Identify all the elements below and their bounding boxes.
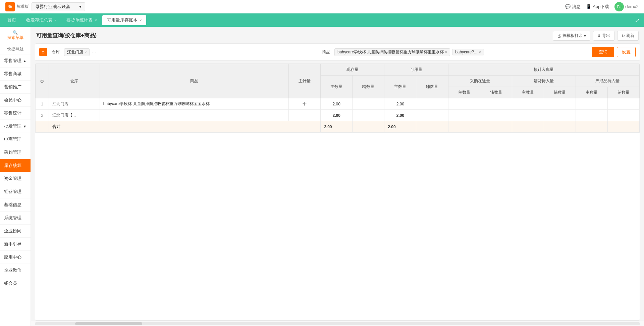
row-purchase-pending-aux-1 [544,98,576,110]
summary-p-transit-main [448,121,480,133]
row-purchase-transit-aux-1 [480,98,512,110]
th-current-main: 主数量 [321,76,353,98]
sidebar-item-member-center[interactable]: 会员中心 [0,94,31,107]
sidebar-item-finance-label: 资金管理 [4,176,21,182]
sidebar-item-ecommerce[interactable]: 电商管理 [0,133,31,146]
tab-available-stock-close[interactable]: × [140,18,142,22]
table-row: 1 江北门店 babycare学饮杯 儿童防摔防撞吸管杯重力球吸嘴杯宝宝水杯 个… [36,98,640,110]
th-purchase-transit-main: 主数量 [448,87,480,98]
industry-selector[interactable]: 母婴行业演示账套 ▾ [32,2,85,11]
chevron-down-icon: ▾ [79,4,82,9]
product-tag-2-close[interactable]: × [479,50,481,54]
sidebar-item-new-guide[interactable]: 新手引导 [0,238,31,251]
sidebar-item-stock-check[interactable]: 库存核算 [0,159,31,172]
summary-p-transit-aux [480,121,512,133]
query-button[interactable]: 查询 [592,47,614,57]
th-purchase-transit-group: 采购在途量 [448,76,512,87]
logo-text: 标准版 [17,4,29,9]
th-product: 商品 [100,64,288,98]
logo-icon: 畅 [5,2,15,11]
sidebar-item-enterprise-collab[interactable]: 企业协同 [0,225,31,238]
th-purchase-pending-aux: 辅数量 [544,87,576,98]
product-tag-1-close[interactable]: × [445,50,447,54]
sidebar-item-finance[interactable]: 资金管理 [0,172,31,185]
sidebar-item-basic-info[interactable]: 基础信息 [0,198,31,212]
gear-icon[interactable]: ⚙ [40,79,44,84]
row-unit-2 [289,110,321,121]
tab-order-stats[interactable]: 要货单统计表 × [62,15,101,25]
top-bar-right: 💬 消息 📱 App下载 Ea demo2 [565,2,639,11]
template-print-button[interactable]: 🖨 按模板打印 ▾ [553,31,590,41]
filter-more-icon[interactable]: ··· [92,49,96,55]
sidebar-item-marketing[interactable]: 营销推广 [0,81,31,94]
chevron-down-icon: ▾ [584,34,586,38]
sidebar-item-retail-management[interactable]: 零售管理 ▲ [0,54,31,67]
row-production-pending-aux-2 [607,110,639,121]
sidebar-item-retail-stats[interactable]: 零售统计 [0,107,31,120]
sidebar-item-system[interactable]: 系统管理 [0,212,31,225]
user-area[interactable]: Ea demo2 [614,2,639,11]
horizontal-scrollbar[interactable] [35,322,640,325]
row-purchase-transit-main-2 [448,110,480,121]
row-product-2 [100,110,288,121]
row-current-main-2: 2.00 [321,110,353,121]
th-production-pending-group: 产成品待入量 [576,76,639,87]
print-icon: 🖨 [557,34,561,38]
row-avail-main-2: 2.00 [384,110,416,121]
sidebar-item-enterprise-wechat[interactable]: 企业微信 [0,264,31,277]
summary-current-aux [353,121,384,133]
th-purchase-pending-main: 主数量 [512,87,544,98]
table-footer [31,321,644,326]
content-area: 可用量查询(按仓库+商品) 🖨 按模板打印 ▾ ⬇ 导出 ↻ 刷新 » [31,27,644,326]
tab-stock-summary-close[interactable]: × [54,18,56,22]
message-button[interactable]: 💬 消息 [565,4,581,10]
sidebar-item-app-center[interactable]: 应用中心 [0,251,31,264]
warehouse-filter-label: 仓库 [51,49,60,55]
warehouse-tag-close[interactable]: × [85,50,87,54]
sidebar-item-new-guide-label: 新手引导 [4,241,21,247]
sidebar-item-wholesale[interactable]: 批发管理 ▼ [0,120,31,133]
th-warehouse: 仓库 [49,64,100,98]
top-bar: 畅 标准版 母婴行业演示账套 ▾ 💬 消息 📱 App下载 Ea demo2 [0,0,644,13]
row-product-1: babycare学饮杯 儿童防摔防撞吸管杯重力球吸嘴杯宝宝水杯 [100,98,288,110]
export-button[interactable]: ⬇ 导出 [593,31,614,41]
sidebar-item-wholesale-label: 批发管理 [4,123,21,129]
sidebar-search-label: 搜索菜单 [3,35,28,41]
refresh-button[interactable]: ↻ 刷新 [617,31,639,41]
sidebar-item-retail-mall[interactable]: 零售商城 [0,67,31,81]
sidebar-item-vip[interactable]: 畅会员 [0,277,31,290]
summary-avail-aux [416,121,448,133]
table-container: ⚙ 仓库 商品 主计量 现存量 [35,63,640,321]
sidebar-item-operations[interactable]: 经营管理 [0,185,31,198]
summary-avail-main: 2.00 [384,121,416,133]
tab-stock-summary[interactable]: 收发存汇总表 × [21,15,61,25]
tab-available-stock[interactable]: 可用量库存账本 × [102,15,146,25]
app-download-button[interactable]: 📱 App下载 [586,4,609,10]
sidebar-item-enterprise-wechat-label: 企业微信 [4,267,21,273]
scrollbar-thumb[interactable] [75,322,142,325]
settings-button[interactable]: 设置 [617,47,636,57]
warehouse-filter-tags: 江北门店 × ··· [64,48,318,56]
sidebar-item-purchase-label: 采购管理 [4,149,21,155]
row-warehouse-1: 江北门店 [49,98,100,110]
sidebar-quick-nav[interactable]: 快捷导航 [0,44,31,54]
search-icon: 🔍 [13,30,18,35]
tab-stock-summary-label: 收发存汇总表 [26,17,52,23]
row-current-main-1: 2.00 [321,98,353,110]
filter-expand-button[interactable]: » [39,48,47,56]
refresh-icon: ↻ [622,34,625,38]
tab-home[interactable]: 首页 [3,15,21,25]
app-download-label: App下载 [593,4,609,10]
user-initial: Ea [617,5,622,9]
sidebar-item-purchase[interactable]: 采购管理 [0,146,31,159]
tab-expand-icon[interactable]: ⤢ [633,17,641,24]
message-icon: 💬 [565,4,571,9]
sidebar-item-operations-label: 经营管理 [4,189,21,195]
sidebar-search[interactable]: 🔍 搜索菜单 [0,27,31,44]
warehouse-tag: 江北门店 × [64,48,90,56]
sidebar-quick-nav-label: 快捷导航 [7,47,23,51]
row-num-1: 1 [36,98,49,110]
th-avail-aux: 辅数量 [416,76,448,98]
tab-order-stats-close[interactable]: × [95,18,97,22]
username: demo2 [625,4,639,9]
